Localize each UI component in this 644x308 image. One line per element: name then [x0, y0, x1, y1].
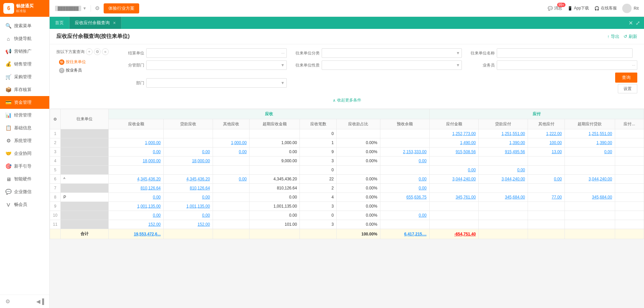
filter-unit-name: 往来单位名称: [465, 48, 637, 58]
tab-home-label: 首页: [55, 20, 64, 26]
footer-prepay[interactable]: 6,417,215....: [380, 229, 429, 239]
app-download-button[interactable]: 📱 App下载: [568, 5, 589, 11]
sidebar-label-business: 经营管理: [14, 112, 32, 118]
dept-input[interactable]: [146, 60, 287, 70]
col-ap-loan: 贷款应付: [479, 119, 528, 129]
sidebar-item-purchase[interactable]: 🛒 采购管理: [0, 71, 49, 83]
col-setting-header[interactable]: ⚙: [50, 109, 61, 129]
inventory-icon: 📦: [5, 87, 11, 93]
sidebar-item-business[interactable]: 📊 经营管理: [0, 109, 49, 122]
sidebar-item-system[interactable]: ⚙ 系统管理: [0, 134, 49, 147]
section-dept-input[interactable]: [146, 78, 287, 88]
section-dept-arrow[interactable]: ▼: [281, 81, 285, 85]
window-close-icon[interactable]: ✕: [629, 20, 633, 26]
scheme-by-salesman[interactable]: ⏱ 按业务员: [56, 66, 110, 75]
unit-nature-arrow[interactable]: ▼: [456, 63, 460, 68]
tab-close-icon[interactable]: ×: [113, 20, 116, 26]
collapse-button[interactable]: ∧ 收起更多条件: [329, 96, 365, 104]
table-row: 6^4,345,436.204,345,436.200.004,345,436.…: [50, 175, 644, 184]
user-area[interactable]: Rit: [622, 4, 639, 13]
footer-ap-amount[interactable]: -654,751.40: [429, 229, 479, 239]
footer-label: 合计: [61, 229, 109, 239]
settlement-unit-dots[interactable]: ···: [281, 51, 285, 55]
col-ar-ratio: 应收款占比: [337, 119, 380, 129]
unit-category-input[interactable]: [322, 48, 462, 58]
page-title: 应收应付余额查询(按往来单位): [56, 33, 130, 40]
group-ap-header: 应付: [429, 109, 644, 119]
sidebar-item-finance[interactable]: 💳 资金管理: [0, 96, 49, 109]
sidebar-label-finance: 资金管理: [14, 99, 32, 105]
table-row: 1████████01,252,773.001,251,551.001,222.…: [50, 129, 644, 138]
page-header: 应收应付余额查询(按往来单位) ↑ 导出 ↺ 刷新: [50, 29, 644, 44]
dept-arrow[interactable]: ▼: [281, 63, 285, 68]
table-row: 11████████152.00152.00101.0030.00%: [50, 220, 644, 229]
scheme-by-unit[interactable]: 畅 按往来单位: [56, 58, 110, 66]
service-label: 在线客服: [601, 5, 617, 11]
filter-section-dept: 部门 ▼: [114, 73, 287, 93]
marketing-icon: 📢: [5, 48, 11, 54]
sidebar-item-collab[interactable]: 🤝 企业协同: [0, 147, 49, 160]
sidebar-item-search[interactable]: 🔍 搜索菜单: [0, 19, 49, 32]
filter-fields: 结算单位 ··· 往来单位分类 ▼: [114, 48, 637, 95]
unit-category-arrow[interactable]: ▼: [456, 51, 460, 55]
refresh-button[interactable]: ↺ 刷新: [624, 34, 637, 40]
window-expand-icon[interactable]: ⤢: [636, 20, 640, 26]
salesman-input[interactable]: [497, 60, 637, 70]
promo-button[interactable]: 体验行业方案: [104, 3, 139, 13]
purchase-icon: 🛒: [5, 74, 11, 80]
col-ar-overdue: 超期应收金额: [250, 119, 300, 129]
sidebar-settings-icon[interactable]: ⚙: [5, 298, 10, 305]
salesman-dots[interactable]: ···: [632, 63, 635, 68]
col-ap-other: 其他应付: [528, 119, 565, 129]
message-icon: 💬: [548, 6, 553, 11]
settings-button[interactable]: 设置: [618, 84, 637, 93]
sidebar-item-marketing[interactable]: 📢 营销推广: [0, 45, 49, 58]
edit-scheme-btn[interactable]: ⚙: [94, 48, 101, 55]
topbar-divider: [91, 5, 91, 12]
filter-dept: 分管部门 ▼: [114, 60, 287, 70]
company-dropdown-icon[interactable]: ▼: [83, 6, 87, 11]
sidebar-label-marketing: 营销推广: [14, 48, 32, 54]
company-selector[interactable]: ████████ ▼: [55, 6, 87, 11]
unit-nature-input[interactable]: [322, 60, 462, 70]
row-num-5: 5: [50, 166, 61, 175]
row-num-11: 11: [50, 220, 61, 229]
unit-name-input[interactable]: [497, 48, 633, 58]
export-label: 导出: [611, 34, 620, 40]
tab-arquery-label: 应收应付余额查询: [75, 20, 110, 26]
sidebar-label-quicknav: 快捷导航: [14, 36, 32, 42]
export-button[interactable]: ↑ 导出: [607, 34, 620, 40]
tab-home[interactable]: 首页: [50, 17, 69, 29]
collapse-scheme-btn[interactable]: «: [102, 48, 109, 55]
footer-ap-loan: [479, 229, 528, 239]
sidebar-item-guide[interactable]: 🎯 新手引导: [0, 160, 49, 173]
tab-arquery[interactable]: 应收应付余额查询 ×: [69, 17, 121, 29]
col-ap-amount: 应付金额: [429, 119, 479, 129]
service-icon: 🎧: [594, 6, 599, 11]
footer-ar-amount[interactable]: 19,553,472,6...: [109, 229, 164, 239]
service-button[interactable]: 🎧 在线客服: [594, 5, 617, 11]
sidebar-item-inventory[interactable]: 📦 库存核算: [0, 83, 49, 96]
tabbar: 首页 应收应付余额查询 × ✕ ⤢: [50, 17, 644, 29]
add-scheme-btn[interactable]: +: [86, 48, 93, 55]
sidebar-item-wechat[interactable]: 💬 企业微信: [0, 185, 49, 198]
message-button[interactable]: 💬 消息 99+: [548, 5, 562, 11]
col-ap-overdue: 超期应付贷款: [565, 119, 615, 129]
sidebar-label-member: 畅会员: [14, 202, 27, 208]
gear-icon[interactable]: ⚙: [95, 5, 100, 11]
quicknav-icon: ⌂: [5, 36, 11, 42]
sidebar-item-member[interactable]: V 畅会员: [0, 198, 49, 211]
sidebar-item-sales[interactable]: 💰 销售管理: [0, 58, 49, 71]
unit-nature-label: 往来单位性质: [289, 62, 320, 68]
footer-ap-overdue: [565, 229, 615, 239]
hardware-icon: 🖥: [5, 176, 11, 182]
settlement-unit-label: 结算单位: [114, 50, 144, 56]
logo-icon: 6: [3, 3, 14, 14]
settlement-unit-input[interactable]: [146, 48, 287, 58]
sidebar-item-hardware[interactable]: 🖥 智能硬件: [0, 173, 49, 185]
sidebar-item-quicknav[interactable]: ⌂ 快捷导航: [0, 32, 49, 45]
sidebar-item-basic[interactable]: 📋 基础信息: [0, 122, 49, 134]
sidebar-collapse-icon[interactable]: ◀▐: [36, 298, 44, 305]
system-icon: ⚙: [5, 138, 11, 144]
query-button[interactable]: 查询: [615, 73, 637, 83]
